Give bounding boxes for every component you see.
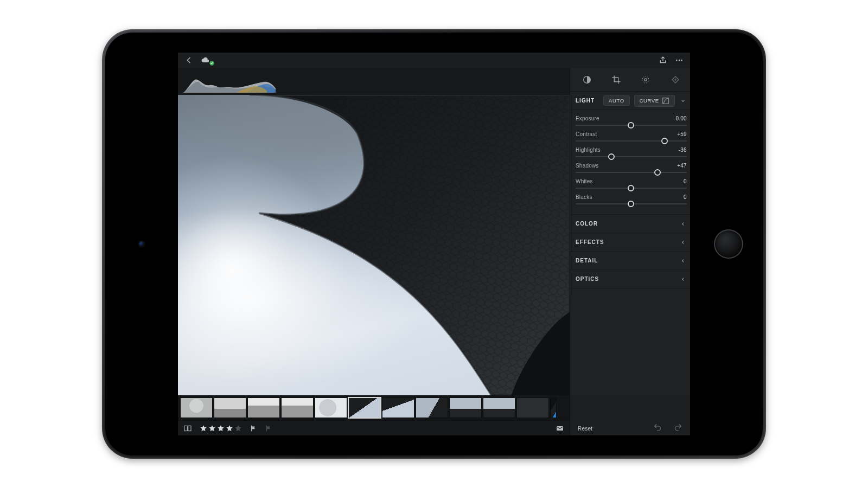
edit-panel: LIGHT AUTO CURVE Exposure0.00 — [570, 68, 690, 395]
curve-button[interactable]: CURVE — [634, 95, 675, 107]
tablet-device: LIGHT AUTO CURVE Exposure0.00 — [102, 29, 766, 459]
filmstrip-thumb[interactable] — [281, 397, 314, 418]
curve-icon — [662, 97, 669, 105]
detail-section[interactable]: DETAIL — [570, 252, 690, 270]
bottom-toolbar — [178, 420, 570, 435]
star-icon[interactable] — [208, 425, 216, 432]
light-section-header[interactable]: LIGHT AUTO CURVE — [570, 92, 690, 110]
reset-button[interactable]: Reset — [578, 426, 592, 432]
auto-button[interactable]: AUTO — [603, 95, 630, 106]
cloud-icon — [201, 56, 209, 65]
effects-title: EFFECTS — [576, 239, 604, 245]
main-area: LIGHT AUTO CURVE Exposure0.00 — [178, 68, 690, 395]
front-camera — [139, 241, 144, 247]
heal-icon[interactable] — [668, 73, 682, 87]
flag-reject-icon[interactable] — [265, 425, 272, 432]
filmstrip-thumb[interactable] — [247, 397, 280, 418]
star-icon[interactable] — [234, 425, 242, 432]
star-icon[interactable] — [200, 425, 207, 432]
effects-section[interactable]: EFFECTS — [570, 233, 690, 252]
detail-title: DETAIL — [576, 258, 598, 264]
slider-contrast[interactable]: Contrast+59 — [576, 131, 687, 142]
canvas-column — [178, 68, 570, 395]
slider-blacks[interactable]: Blacks0 — [576, 194, 687, 204]
color-section[interactable]: COLOR — [570, 215, 690, 233]
undo-button[interactable] — [653, 423, 662, 432]
curve-label: CURVE — [640, 98, 659, 104]
slider-highlights[interactable]: Highlights-36 — [576, 147, 687, 157]
exposure-value: 0.00 — [675, 115, 686, 121]
edit-mode-icon[interactable] — [580, 73, 594, 87]
filmstrip-thumb[interactable] — [483, 397, 515, 418]
filmstrip-thumb[interactable] — [550, 397, 557, 418]
photo — [178, 95, 570, 395]
slider-whites[interactable]: Whites0 — [576, 178, 687, 189]
more-button[interactable] — [675, 56, 684, 65]
filmstrip-thumb[interactable] — [315, 397, 347, 418]
whites-value: 0 — [684, 178, 687, 184]
filmstrip-thumb[interactable] — [180, 397, 213, 418]
home-button[interactable] — [714, 229, 743, 259]
bottom-left — [178, 395, 570, 435]
review-icon[interactable] — [556, 424, 564, 433]
filmstrip-thumb-selected[interactable] — [348, 397, 381, 418]
crop-icon[interactable] — [609, 73, 623, 87]
chevron-left-icon — [679, 220, 687, 228]
contrast-label: Contrast — [576, 131, 597, 137]
app-screen: LIGHT AUTO CURVE Exposure0.00 — [178, 53, 690, 435]
chevron-left-icon — [679, 239, 687, 246]
bottom-area: Reset — [178, 395, 690, 435]
sync-ok-icon — [209, 60, 215, 66]
cloud-sync-status[interactable] — [201, 56, 213, 65]
compare-view-icon[interactable] — [183, 424, 192, 433]
optics-section[interactable]: OPTICS — [570, 270, 690, 288]
star-icon[interactable] — [217, 425, 225, 432]
filmstrip[interactable] — [178, 395, 570, 420]
chevron-left-icon — [679, 275, 687, 283]
histogram-bar — [178, 68, 570, 95]
histogram[interactable] — [182, 72, 277, 94]
light-sliders: Exposure0.00 Contrast+59 Highlights-36 — [570, 110, 690, 215]
tool-row — [570, 68, 690, 92]
top-bar — [178, 53, 690, 68]
color-title: COLOR — [576, 221, 598, 227]
light-title: LIGHT — [576, 98, 595, 104]
blacks-label: Blacks — [576, 194, 592, 200]
blacks-value: 0 — [684, 194, 687, 200]
back-button[interactable] — [184, 56, 193, 65]
star-rating[interactable] — [200, 425, 242, 432]
filmstrip-thumb[interactable] — [516, 397, 549, 418]
contrast-value: +59 — [677, 131, 687, 137]
shadows-value: +47 — [677, 163, 687, 169]
filmstrip-thumb[interactable] — [449, 397, 482, 418]
whites-label: Whites — [576, 178, 593, 184]
slider-exposure[interactable]: Exposure0.00 — [576, 115, 687, 126]
shadows-label: Shadows — [576, 163, 599, 169]
flag-pick-icon[interactable] — [250, 425, 257, 432]
filmstrip-thumb[interactable] — [416, 397, 448, 418]
exposure-label: Exposure — [576, 115, 599, 121]
highlights-label: Highlights — [576, 147, 601, 153]
photo-canvas[interactable] — [178, 95, 570, 395]
redo-button[interactable] — [674, 423, 682, 432]
filmstrip-thumb[interactable] — [214, 397, 246, 418]
share-button[interactable] — [659, 56, 667, 65]
presets-icon[interactable] — [639, 73, 653, 87]
chevron-left-icon — [679, 257, 687, 265]
light-collapse-chevron[interactable] — [679, 97, 687, 105]
filmstrip-thumb[interactable] — [382, 397, 414, 418]
bottom-right: Reset — [570, 395, 690, 435]
star-icon[interactable] — [226, 425, 233, 432]
slider-shadows[interactable]: Shadows+47 — [576, 163, 687, 173]
tablet-bezel: LIGHT AUTO CURVE Exposure0.00 — [105, 33, 763, 455]
optics-title: OPTICS — [576, 276, 599, 282]
highlights-value: -36 — [679, 147, 687, 153]
